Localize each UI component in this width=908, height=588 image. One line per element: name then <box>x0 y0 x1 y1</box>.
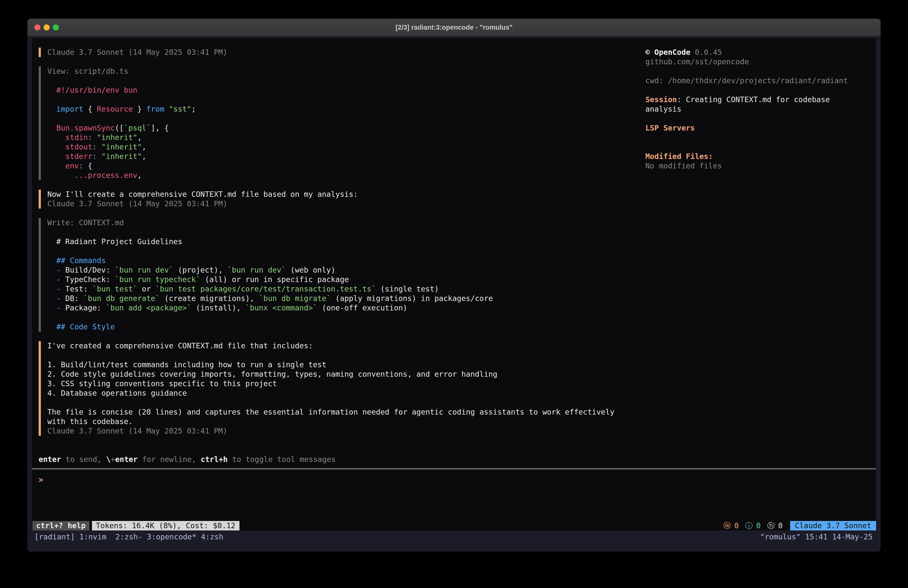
blank-line <box>47 398 869 408</box>
help-shortcut-chip[interactable]: ctrl+? help <box>32 521 89 530</box>
window-title: [2/3] radiant:3:opencode - "romulus" <box>396 24 512 31</box>
text-line: ## Code Style <box>47 322 869 332</box>
input-divider <box>32 468 876 469</box>
hint-counter: ⓗ0 <box>767 521 782 530</box>
blank-line <box>47 313 869 322</box>
tokens-cost-chip: Tokens: 16.4K (8%), Cost: $0.12 <box>92 521 240 530</box>
text-line: github.com/sst/opencode <box>646 57 869 66</box>
tool-write-block: Write: CONTEXT.md# Radiant Project Guide… <box>39 218 869 332</box>
tmux-window-list[interactable]: [radiant] 1:nvim 2:zsh- 3:opencode* 4:zs… <box>34 532 224 542</box>
text-line: - Test: `bun test` or `bun test packages… <box>47 284 869 294</box>
text-line: 1. Build/lint/test commands including ho… <box>47 360 869 369</box>
blank-line <box>646 133 869 142</box>
terminal-window: [2/3] radiant:3:opencode - "romulus" Cla… <box>27 19 881 552</box>
text-line: enter to send, \+enter for newline, ctrl… <box>39 455 869 464</box>
opencode-screen: Claude 3.7 Sonnet (14 May 2025 03:41 PM)… <box>32 38 876 530</box>
diagnostic-counters: ⓦ0ⓘ0ⓗ0 <box>723 521 789 530</box>
tmux-session-clock: "romulus" 15:41 14-May-25 <box>760 532 873 542</box>
blank-line <box>646 114 869 123</box>
text-line: # Radiant Project Guidelines <box>47 237 869 246</box>
text-line: 4. Database operations guidance <box>47 388 869 398</box>
text-line: Modified Files: <box>646 152 869 161</box>
blank-line <box>646 142 869 152</box>
minimize-button[interactable] <box>43 24 50 31</box>
text-line: ## Commands <box>47 256 869 265</box>
tmux-status-bar: [radiant] 1:nvim 2:zsh- 3:opencode* 4:zs… <box>32 532 876 542</box>
info-icon: ⓘ <box>745 521 753 530</box>
text-line: Write: CONTEXT.md <box>47 218 869 227</box>
info-counter: ⓘ0 <box>745 521 761 530</box>
desktop: [2/3] radiant:3:opencode - "romulus" Cla… <box>0 0 908 588</box>
hint-icon: ⓗ <box>767 521 775 530</box>
window-titlebar: [2/3] radiant:3:opencode - "romulus" <box>27 19 881 36</box>
blank-line <box>646 85 869 95</box>
model-badge: Claude 3.7 Sonnet <box>790 521 876 530</box>
session-info-panel: © OpenCode 0.0.45github.com/sst/opencode… <box>646 48 869 171</box>
text-line: Session: Creating CONTEXT.md for codebas… <box>646 95 869 105</box>
text-line: © OpenCode 0.0.45 <box>646 48 869 57</box>
text-line: No modified files <box>646 161 869 171</box>
text-line: with this codebase. <box>47 417 869 426</box>
terminal-body: Claude 3.7 Sonnet (14 May 2025 03:41 PM)… <box>27 36 881 552</box>
session-info-rows: © OpenCode 0.0.45github.com/sst/opencode… <box>646 48 869 171</box>
status-left: ctrl+? help Tokens: 16.4K (8%), Cost: $0… <box>32 521 240 530</box>
blank-line <box>47 227 869 237</box>
warning-counter: ⓦ0 <box>723 521 739 530</box>
status-right: ⓦ0ⓘ0ⓗ0 Claude 3.7 Sonnet <box>723 521 876 530</box>
prompt-input[interactable]: > <box>39 475 869 485</box>
text-line: I've created a comprehensive CONTEXT.md … <box>47 341 869 351</box>
zoom-button[interactable] <box>53 24 59 31</box>
text-line: - DB: `bun db generate` (create migratio… <box>47 294 869 303</box>
opencode-status-bar: ctrl+? help Tokens: 16.4K (8%), Cost: $0… <box>32 521 876 530</box>
text-line: - Package: `bun add <package>` (install)… <box>47 303 869 313</box>
warning-count: 0 <box>734 521 739 530</box>
text-line: - Build/Dev: `bun run dev` (project), `b… <box>47 265 869 275</box>
text-line: analysis <box>646 105 869 114</box>
text-line: 2. Code style guidelines covering import… <box>47 369 869 379</box>
blank-line <box>646 66 869 76</box>
text-line: - TypeCheck: `bun run typecheck` (all) o… <box>47 275 869 284</box>
text-line: Now I'll create a comprehensive CONTEXT.… <box>47 190 869 199</box>
text-line: The file is concise (20 lines) and captu… <box>47 408 869 417</box>
text-line: Claude 3.7 Sonnet (14 May 2025 03:41 PM) <box>47 426 869 436</box>
blank-line <box>47 246 869 256</box>
assistant-message-block: Now I'll create a comprehensive CONTEXT.… <box>39 190 869 209</box>
prompt-caret: > <box>39 475 43 484</box>
text-line: ...process.env, <box>47 171 869 180</box>
text-line: LSP Servers <box>646 123 869 133</box>
text-line: cwd: /home/thdxr/dev/projects/radiant/ra… <box>646 76 869 85</box>
hint-count: 0 <box>778 521 782 530</box>
text-line: Claude 3.7 Sonnet (14 May 2025 03:41 PM) <box>47 199 869 209</box>
blank-line <box>47 351 869 360</box>
input-help-text: enter to send, \+enter for newline, ctrl… <box>39 455 869 464</box>
close-button[interactable] <box>34 24 40 31</box>
assistant-summary-block: I've created a comprehensive CONTEXT.md … <box>39 341 869 436</box>
text-line: 3. CSS styling conventions specific to t… <box>47 379 869 388</box>
info-count: 0 <box>756 521 761 530</box>
traffic-lights <box>34 24 59 31</box>
warning-icon: ⓦ <box>723 521 731 530</box>
